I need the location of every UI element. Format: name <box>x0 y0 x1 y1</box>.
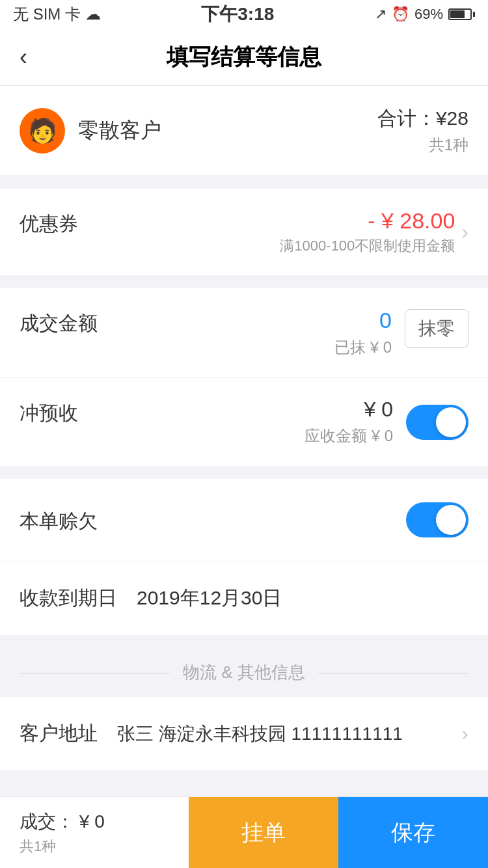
footer: 成交： ¥ 0 共1种 挂单 保存 <box>0 796 488 868</box>
chevron-right-icon: › <box>461 220 468 244</box>
address-section: 客户地址 张三 海淀永丰科技园 11111111111 › <box>0 697 488 770</box>
total-count: 共1种 <box>377 135 468 156</box>
prepay-right: ¥ 0 应收金额 ¥ 0 <box>305 398 468 446</box>
prepay-sub: 应收金额 ¥ 0 <box>305 426 393 446</box>
footer-info: 成交： ¥ 0 共1种 <box>0 809 189 856</box>
status-bar: 无 SIM 卡 ☁ 下午3:18 ↗ ⏰ 69% <box>0 0 488 29</box>
footer-deal-label: 成交： <box>20 811 74 832</box>
deal-label: 成交金额 <box>20 308 98 337</box>
footer-count: 共1种 <box>20 837 169 856</box>
footer-deal-value: ¥ 0 <box>79 811 105 832</box>
debit-section: 本单赊欠 收款到期日 2019年12月30日 <box>0 479 488 635</box>
avatar: 🧑 <box>20 108 65 154</box>
deal-row: 成交金额 0 已抹 ¥ 0 抹零 <box>0 288 488 377</box>
coupon-label: 优惠券 <box>20 208 78 237</box>
save-button[interactable]: 保存 <box>338 797 488 869</box>
coupon-right: - ¥ 28.00 满1000-100不限制使用金额 › <box>280 208 468 256</box>
footer-deal: 成交： ¥ 0 <box>20 809 169 834</box>
coupon-row[interactable]: 优惠券 - ¥ 28.00 满1000-100不限制使用金额 › <box>0 189 488 275</box>
total-label: 合计：¥28 <box>377 105 468 132</box>
coupon-amount: - ¥ 28.00 满1000-100不限制使用金额 <box>280 208 455 256</box>
customer-name: 零散客户 <box>78 116 161 145</box>
deal-sub: 已抹 ¥ 0 <box>334 337 392 358</box>
due-label: 收款到期日 <box>20 585 117 612</box>
debit-toggle-knob <box>436 505 466 535</box>
content: 🧑 零散客户 合计：¥28 共1种 优惠券 - ¥ 28.00 满1000-10… <box>0 86 488 848</box>
customer-row: 🧑 零散客户 合计：¥28 共1种 <box>0 86 488 176</box>
battery-percent: 69% <box>414 6 443 23</box>
debit-row: 本单赊欠 <box>0 479 488 561</box>
deal-right: 0 已抹 ¥ 0 抹零 <box>334 308 468 358</box>
address-chevron-icon: › <box>461 722 468 746</box>
debit-toggle[interactable] <box>406 502 468 537</box>
back-button[interactable]: ‹ <box>20 44 59 71</box>
status-time: 下午3:18 <box>201 2 274 27</box>
hang-button[interactable]: 挂单 <box>189 797 338 869</box>
prepay-value: ¥ 0 <box>305 398 393 422</box>
coupon-desc: 满1000-100不限制使用金额 <box>280 236 455 256</box>
due-value: 2019年12月30日 <box>137 585 282 612</box>
customer-right: 合计：¥28 共1种 <box>377 105 468 156</box>
deal-section: 成交金额 0 已抹 ¥ 0 抹零 冲预收 ¥ 0 应收金额 ¥ 0 <box>0 288 488 466</box>
prepay-label: 冲预收 <box>20 398 78 427</box>
coupon-value: - ¥ 28.00 <box>280 208 455 234</box>
section-divider: 物流 & 其他信息 <box>0 648 488 697</box>
deal-value: 0 <box>334 308 392 333</box>
address-label: 客户地址 <box>20 720 98 747</box>
toggle-knob <box>436 407 466 437</box>
prepay-row: 冲预收 ¥ 0 应收金额 ¥ 0 <box>0 377 488 466</box>
customer-left: 🧑 零散客户 <box>20 108 161 154</box>
status-right: ↗ ⏰ 69% <box>375 6 475 23</box>
debit-label: 本单赊欠 <box>20 506 98 535</box>
address-row[interactable]: 客户地址 张三 海淀永丰科技园 11111111111 › <box>0 697 488 770</box>
page-title: 填写结算等信息 <box>167 42 321 72</box>
alarm-icon: ⏰ <box>392 6 409 23</box>
avatar-icon: 🧑 <box>28 117 57 144</box>
nav-bar: ‹ 填写结算等信息 <box>0 29 488 86</box>
round-button[interactable]: 抹零 <box>405 309 468 348</box>
address-value: 张三 海淀永丰科技园 11111111111 <box>117 722 461 746</box>
customer-section: 🧑 零散客户 合计：¥28 共1种 <box>0 86 488 176</box>
location-icon: ↗ <box>375 6 386 23</box>
divider-text: 物流 & 其他信息 <box>170 662 318 682</box>
prepay-toggle[interactable] <box>406 405 468 440</box>
prepay-amount-area: ¥ 0 应收金额 ¥ 0 <box>305 398 393 446</box>
coupon-section: 优惠券 - ¥ 28.00 满1000-100不限制使用金额 › <box>0 189 488 275</box>
due-row: 收款到期日 2019年12月30日 <box>0 561 488 635</box>
status-left: 无 SIM 卡 ☁ <box>13 4 101 25</box>
battery-icon <box>448 8 475 20</box>
deal-amount-area: 0 已抹 ¥ 0 <box>334 308 392 358</box>
sim-label: 无 SIM 卡 ☁ <box>13 4 101 25</box>
